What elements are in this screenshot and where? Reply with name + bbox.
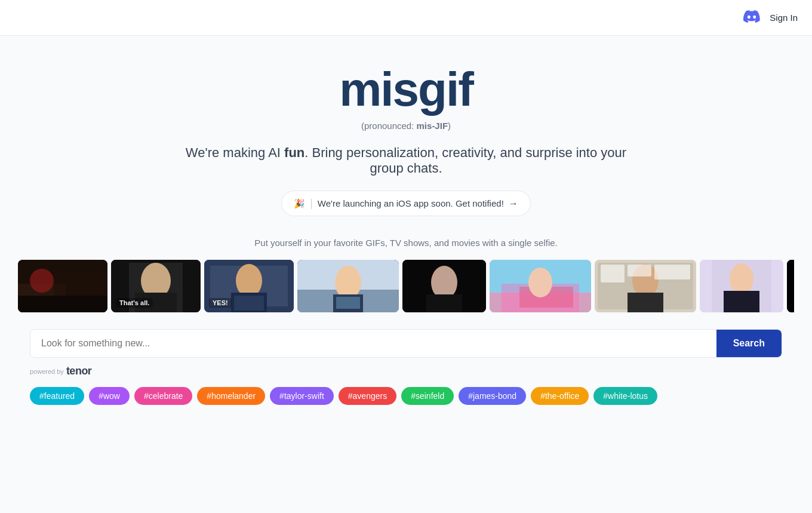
svg-rect-18 (336, 297, 360, 309)
header: Sign In (0, 0, 812, 36)
gif-overlay-text: That's all. (116, 298, 153, 308)
gif-item (595, 260, 696, 312)
main-content: misgif (pronounced: mis-JIF) We're makin… (0, 36, 812, 429)
tag-seinfeld[interactable]: #seinfeld (401, 387, 454, 405)
tagline: We're making AI fun. Bring personalizati… (182, 145, 630, 176)
search-button[interactable]: Search (716, 330, 782, 357)
banner-divider: | (310, 197, 313, 210)
tag-homelander[interactable]: #homelander (197, 387, 265, 405)
tag-avengers[interactable]: #avengers (339, 387, 396, 405)
site-logo: misgif (339, 66, 473, 113)
svg-rect-37 (724, 291, 759, 312)
svg-point-3 (30, 269, 54, 293)
svg-rect-30 (628, 293, 663, 312)
banner-arrow: → (509, 198, 518, 209)
gif-item: misgif.app (18, 260, 107, 312)
ios-banner[interactable]: 🎉 | We're launching an iOS app soon. Get… (281, 191, 531, 216)
gif-item (402, 260, 486, 312)
svg-rect-38 (787, 260, 794, 312)
svg-point-11 (236, 264, 262, 297)
search-input[interactable] (30, 330, 716, 357)
svg-rect-4 (18, 296, 107, 312)
svg-rect-33 (654, 265, 690, 279)
tags-row: #featured #wow #celebrate #homelander #t… (30, 387, 782, 405)
tag-taylor-swift[interactable]: #taylor-swift (270, 387, 334, 405)
tag-james-bond[interactable]: #james-bond (459, 387, 526, 405)
subtitle: Put yourself in your favorite GIFs, TV s… (254, 238, 557, 248)
tag-wow[interactable]: #wow (89, 387, 130, 405)
discord-icon[interactable] (743, 10, 760, 26)
pronunciation-bold: mis-JIF (417, 121, 448, 131)
svg-rect-21 (426, 294, 462, 312)
svg-rect-32 (628, 265, 651, 277)
tagline-prefix: We're making AI (186, 145, 284, 160)
gif-overlay-text: YES! (209, 298, 232, 308)
search-section: Search (30, 329, 782, 358)
tagline-suffix: . Bring personalization, creativity, and… (304, 145, 626, 176)
sign-in-button[interactable]: Sign In (770, 13, 798, 23)
tag-featured[interactable]: #featured (30, 387, 84, 405)
gif-item (490, 260, 591, 312)
gif-item: misgif.app (700, 260, 783, 312)
header-right: Sign In (743, 10, 798, 26)
svg-rect-13 (234, 296, 264, 311)
tag-celebrate[interactable]: #celebrate (134, 387, 192, 405)
pronunciation: (pronounced: mis-JIF) (361, 121, 451, 131)
svg-point-26 (528, 268, 552, 297)
tag-the-office[interactable]: #the-office (531, 387, 589, 405)
tag-white-lotus[interactable]: #white-lotus (593, 387, 657, 405)
tenor-attribution: powered by tenor (30, 365, 782, 377)
gif-strip: misgif.app That's all. (18, 260, 794, 312)
banner-text: We're launching an iOS app soon. Get not… (318, 198, 504, 208)
tagline-bold: fun (284, 145, 304, 160)
svg-point-36 (730, 263, 753, 294)
gif-item: That's all. (111, 260, 201, 312)
tenor-logo-text: tenor (66, 365, 92, 377)
gif-item: misgif.app (297, 260, 399, 312)
gif-item: YES! (204, 260, 294, 312)
gif-item (787, 260, 794, 312)
svg-rect-31 (601, 265, 625, 282)
powered-by-text: powered by (30, 368, 64, 375)
search-bar: Search (30, 329, 782, 358)
svg-point-16 (335, 266, 361, 299)
svg-point-20 (431, 266, 457, 299)
banner-emoji: 🎉 (294, 198, 305, 209)
